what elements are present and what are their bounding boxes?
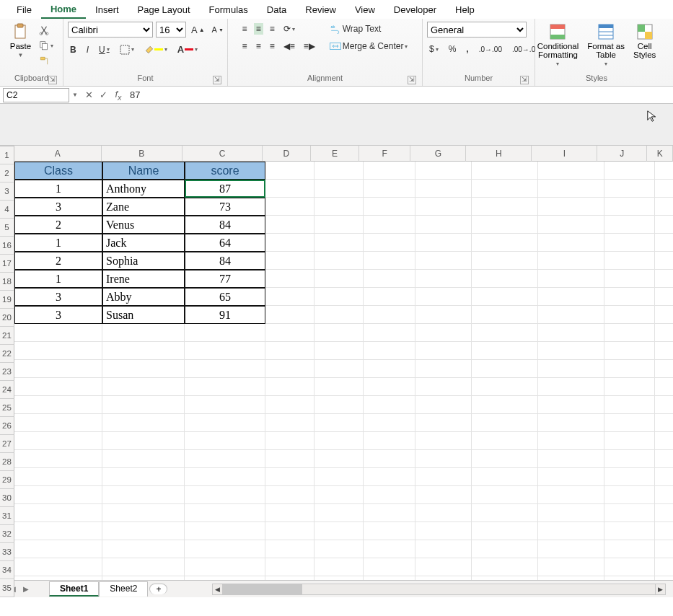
cell-J3[interactable] [604, 198, 655, 216]
cell-K22[interactable] [655, 360, 673, 378]
cell-D33[interactable] [265, 558, 314, 576]
cell-A31[interactable] [14, 522, 102, 540]
cell-H17[interactable] [472, 270, 538, 288]
cell-K19[interactable] [655, 306, 673, 324]
cell-B1[interactable]: Name [102, 162, 185, 180]
cell-E19[interactable] [314, 306, 364, 324]
cell-K1[interactable] [655, 162, 673, 180]
sheet-tab-sheet1[interactable]: Sheet1 [49, 581, 99, 597]
row-header-24[interactable]: 24 [0, 381, 14, 399]
cell-H28[interactable] [472, 468, 538, 486]
row-header-28[interactable]: 28 [0, 453, 14, 471]
cell-E3[interactable] [314, 198, 364, 216]
cell-F4[interactable] [364, 216, 415, 234]
cell-E5[interactable] [314, 234, 364, 252]
cell-A24[interactable] [14, 396, 102, 414]
cell-H32[interactable] [472, 540, 538, 558]
row-header-27[interactable]: 27 [0, 435, 14, 453]
cell-H30[interactable] [472, 504, 538, 522]
row-header-33[interactable]: 33 [0, 543, 14, 561]
cell-I18[interactable] [538, 288, 604, 306]
row-header-17[interactable]: 17 [0, 255, 14, 273]
cell-G25[interactable] [415, 414, 472, 432]
cell-A25[interactable] [14, 414, 102, 432]
bold-button[interactable]: B [68, 44, 79, 56]
align-right-button[interactable]: ≡ [268, 40, 277, 52]
cell-I31[interactable] [538, 522, 604, 540]
cell-F30[interactable] [364, 504, 415, 522]
cell-F32[interactable] [364, 540, 415, 558]
cell-G20[interactable] [415, 324, 472, 342]
percent-format-button[interactable]: % [447, 43, 459, 55]
cell-J18[interactable] [604, 288, 655, 306]
cell-C31[interactable] [185, 522, 265, 540]
merge-center-button[interactable]: Merge & Center ▾ [327, 40, 410, 52]
row-header-23[interactable]: 23 [0, 363, 14, 381]
cell-E22[interactable] [314, 360, 364, 378]
cell-B24[interactable] [102, 396, 185, 414]
cell-K18[interactable] [655, 288, 673, 306]
cell-D21[interactable] [265, 342, 314, 360]
cell-K17[interactable] [655, 270, 673, 288]
column-header-D[interactable]: D [263, 146, 311, 162]
cell-J1[interactable] [604, 162, 655, 180]
column-header-J[interactable]: J [597, 146, 647, 162]
cell-J4[interactable] [604, 216, 655, 234]
font-face-select[interactable]: Calibri [68, 22, 153, 38]
cell-F3[interactable] [364, 198, 415, 216]
cell-H18[interactable] [472, 288, 538, 306]
cell-D5[interactable] [265, 234, 314, 252]
cell-E1[interactable] [314, 162, 364, 180]
cell-C25[interactable] [185, 414, 265, 432]
cell-K25[interactable] [655, 414, 673, 432]
cell-G22[interactable] [415, 360, 472, 378]
cell-F28[interactable] [364, 468, 415, 486]
row-header-22[interactable]: 22 [0, 345, 14, 363]
cell-C21[interactable] [185, 342, 265, 360]
cell-D20[interactable] [265, 324, 314, 342]
cell-E17[interactable] [314, 270, 364, 288]
cell-B33[interactable] [102, 558, 185, 576]
cell-K20[interactable] [655, 324, 673, 342]
cell-J32[interactable] [604, 540, 655, 558]
cell-A26[interactable] [14, 432, 102, 450]
cell-A16[interactable]: 2 [14, 252, 102, 270]
cell-E32[interactable] [314, 540, 364, 558]
cell-E23[interactable] [314, 378, 364, 396]
cell-A21[interactable] [14, 342, 102, 360]
cell-D16[interactable] [265, 252, 314, 270]
cell-H21[interactable] [472, 342, 538, 360]
cell-G31[interactable] [415, 522, 472, 540]
cell-E21[interactable] [314, 342, 364, 360]
cell-D22[interactable] [265, 360, 314, 378]
increase-indent-button[interactable]: ≡▶ [302, 40, 317, 52]
cell-H19[interactable] [472, 306, 538, 324]
cell-F2[interactable] [364, 180, 415, 198]
number-dialog-launcher[interactable]: ⇲ [520, 76, 529, 84]
cell-B4[interactable]: Venus [102, 216, 185, 234]
row-header-25[interactable]: 25 [0, 399, 14, 417]
cell-C32[interactable] [185, 540, 265, 558]
cell-K3[interactable] [655, 198, 673, 216]
cell-H3[interactable] [472, 198, 538, 216]
row-header-32[interactable]: 32 [0, 525, 14, 543]
cell-D24[interactable] [265, 396, 314, 414]
cell-K30[interactable] [655, 504, 673, 522]
cell-J31[interactable] [604, 522, 655, 540]
cell-J29[interactable] [604, 486, 655, 504]
cell-K28[interactable] [655, 468, 673, 486]
menu-insert[interactable]: Insert [86, 1, 128, 18]
cell-I25[interactable] [538, 414, 604, 432]
scroll-thumb[interactable] [223, 584, 302, 594]
cell-B2[interactable]: Anthony [102, 180, 185, 198]
cell-E33[interactable] [314, 558, 364, 576]
row-header-29[interactable]: 29 [0, 471, 14, 489]
cell-K5[interactable] [655, 234, 673, 252]
menu-file[interactable]: File [7, 1, 41, 18]
column-header-B[interactable]: B [102, 146, 183, 162]
cell-E2[interactable] [314, 180, 364, 198]
decrease-indent-button[interactable]: ◀≡ [281, 40, 297, 52]
cell-E28[interactable] [314, 468, 364, 486]
cell-D26[interactable] [265, 432, 314, 450]
cell-F22[interactable] [364, 360, 415, 378]
